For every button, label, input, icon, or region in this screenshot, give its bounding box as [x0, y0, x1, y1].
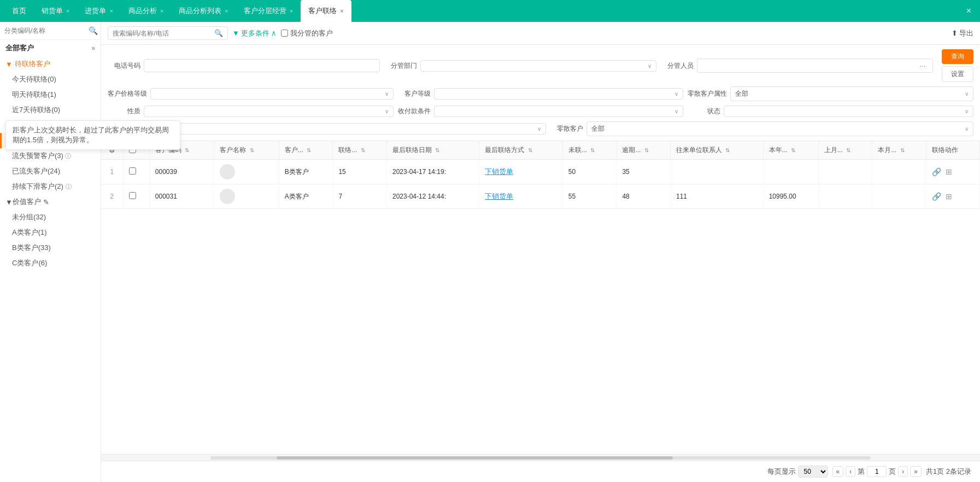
page-input[interactable] — [867, 466, 887, 477]
more-conditions-btn[interactable]: ▼ 更多条件 ∧ — [232, 28, 277, 38]
page-size-select[interactable]: 50 100 200 — [798, 466, 828, 478]
tab-product-analysis-list[interactable]: 商品分析列表 × — [171, 0, 236, 22]
edit-icon[interactable]: ✎ — [43, 198, 49, 206]
window-close-button[interactable]: × — [962, 6, 976, 16]
phone-input[interactable] — [144, 59, 380, 72]
row1-link-icon[interactable]: 🔗 — [932, 167, 941, 176]
sidebar-item-a-class[interactable]: A类客户(1) — [0, 225, 101, 240]
row1-more-icon[interactable]: ⊞ — [946, 167, 952, 176]
filter-cell-retail: 零散客户 全部 ∨ — [550, 121, 973, 136]
tab-purchase-order[interactable]: 进货单 × — [77, 0, 120, 22]
customer-table: ⚙ 客户编码 ⇅ 客户名称 ⇅ 客户... ⇅ — [101, 141, 980, 209]
close-product-list-tab[interactable]: × — [225, 8, 228, 14]
sidebar-search-icon[interactable]: 🔍 — [89, 26, 98, 35]
sidebar-item-already-lost[interactable]: 已流失客户(24) — [0, 164, 101, 179]
tab-customer-contact[interactable]: 客户联络 × — [301, 0, 351, 22]
row2-link-icon[interactable]: 🔗 — [932, 192, 941, 201]
table-row: 2 000031 A类客户 7 2023-04-12 14:44: — [101, 184, 980, 209]
col-overdue[interactable]: 逾期... ⇅ — [617, 141, 671, 160]
sidebar-pending-group[interactable]: ▼ 待联络客户 — [0, 56, 101, 72]
close-segmentation-tab[interactable]: × — [290, 8, 293, 14]
filter-cell-phone: 电话号码 — [108, 59, 380, 72]
close-purchase-tab[interactable]: × — [109, 8, 113, 14]
close-product-analysis-tab[interactable]: × — [160, 8, 163, 14]
pending-arrow-icon: ▼ — [5, 60, 13, 68]
row1-this-year — [763, 160, 818, 184]
close-contact-tab[interactable]: × — [340, 8, 343, 14]
filter-cell-type: 客户类型 ∨ — [123, 123, 546, 135]
row2-last-date: 2023-04-12 14:44: — [386, 184, 479, 209]
type-select[interactable]: ∨ — [159, 123, 546, 135]
sort-last-month-icon: ⇅ — [846, 147, 850, 153]
tab-customer-segmentation[interactable]: 客户分层经营 × — [236, 0, 301, 22]
settings-button[interactable]: 设置 — [942, 66, 973, 82]
row2-contact-count: 7 — [333, 184, 387, 209]
row2-avatar — [220, 189, 235, 204]
tab-sales-order[interactable]: 销货单 × — [34, 0, 77, 22]
row2-more-icon[interactable]: ⊞ — [946, 192, 952, 201]
payment-label: 收付款条件 — [398, 107, 431, 116]
row2-overdue: 48 — [617, 184, 671, 209]
col-this-month[interactable]: 本月... ⇅ — [872, 141, 926, 160]
sidebar-item-today[interactable]: 今天待联络(0) — [0, 72, 101, 87]
sidebar-item-continuous-down[interactable]: 持续下滑客户(2) ⓘ — [0, 179, 101, 194]
last-page-btn[interactable]: » — [910, 466, 922, 477]
search-icon[interactable]: 🔍 — [214, 29, 223, 37]
query-button[interactable]: 查询 — [942, 49, 973, 64]
export-button[interactable]: ⬆ 导出 — [952, 28, 973, 38]
sidebar-all-customers[interactable]: 全部客户 » — [0, 40, 101, 56]
nature-select[interactable]: ∨ — [144, 106, 394, 117]
retail-attr-select[interactable]: 全部 ∨ — [730, 86, 973, 101]
row1-checkbox[interactable] — [129, 167, 136, 175]
person-select[interactable]: ··· — [697, 59, 933, 73]
sidebar-item-c-class[interactable]: C类客户(6) — [0, 255, 101, 271]
tab-home[interactable]: 首页 — [4, 0, 34, 22]
my-customers-checkbox[interactable] — [281, 30, 288, 37]
sidebar-search-input[interactable] — [4, 27, 86, 34]
sidebar-item-7days[interactable]: 近7天待联络(0) — [0, 102, 101, 118]
row2-method-link[interactable]: 下销货单 — [485, 192, 513, 200]
next-page-btn[interactable]: › — [898, 466, 908, 477]
price-level-select[interactable]: ∨ — [150, 88, 394, 100]
sidebar-value-group[interactable]: ▼ 价值客户 ✎ — [0, 194, 101, 210]
row2-checkbox[interactable] — [129, 192, 136, 199]
col-customer-type[interactable]: 客户... ⇅ — [279, 141, 333, 160]
dept-select[interactable]: ∨ — [420, 60, 656, 72]
col-this-year[interactable]: 本年... ⇅ — [763, 141, 818, 160]
col-name[interactable]: 客户名称 ⇅ — [214, 141, 279, 160]
col-contact-count[interactable]: 联络... ⇅ — [333, 141, 387, 160]
row1-method-link[interactable]: 下销货单 — [485, 167, 513, 176]
sidebar-item-tomorrow[interactable]: 明天待联络(1) — [0, 87, 101, 102]
col-last-month[interactable]: 上月... ⇅ — [818, 141, 872, 160]
table-row: 1 000039 B类客户 15 2023-04-17 14:19: — [101, 160, 980, 184]
filter-cell-person: 分管人员 ··· — [661, 59, 933, 73]
sidebar-item-lost-warning[interactable]: 流失预警客户(3) ⓘ — [0, 148, 101, 164]
horizontal-scrollbar[interactable] — [101, 454, 980, 461]
sidebar-item-b-class[interactable]: B类客户(33) — [0, 240, 101, 255]
filter-row-2: 客户价格等级 ∨ 客户等级 ∨ 零散客户属性 全部 — [108, 86, 973, 101]
close-sales-order-tab[interactable]: × — [66, 8, 69, 14]
sort-type-icon: ⇅ — [307, 147, 311, 153]
first-page-btn[interactable]: « — [832, 466, 844, 477]
col-contacts[interactable]: 往来单位联系人 ⇅ — [671, 141, 764, 160]
col-last-contact-method[interactable]: 最后联络方式 ⇅ — [479, 141, 563, 160]
type-chevron-icon: ∨ — [537, 126, 541, 132]
sort-not-icon: ⇅ — [590, 147, 595, 153]
collapse-icon[interactable]: » — [91, 44, 95, 52]
level-chevron-icon: ∨ — [674, 91, 678, 97]
search-input[interactable] — [113, 30, 212, 37]
sidebar-item-ungroup[interactable]: 未分组(32) — [0, 210, 101, 225]
person-dots-icon[interactable]: ··· — [917, 61, 928, 70]
dept-label: 分管部门 — [384, 61, 417, 71]
col-not-contacted[interactable]: 未联... ⇅ — [562, 141, 617, 160]
prev-page-btn[interactable]: ‹ — [846, 466, 855, 477]
sort-overdue-icon: ⇅ — [644, 147, 649, 153]
export-icon: ⬆ — [952, 29, 958, 37]
col-last-contact-date[interactable]: 最后联络日期 ⇅ — [386, 141, 479, 160]
sort-contact-icon: ⇅ — [361, 147, 365, 153]
tab-product-analysis[interactable]: 商品分析 × — [121, 0, 171, 22]
status-select[interactable]: ∨ — [724, 106, 973, 117]
retail-select[interactable]: 全部 ∨ — [586, 121, 973, 136]
payment-select[interactable]: ∨ — [434, 106, 684, 117]
level-select[interactable]: ∨ — [434, 88, 684, 100]
